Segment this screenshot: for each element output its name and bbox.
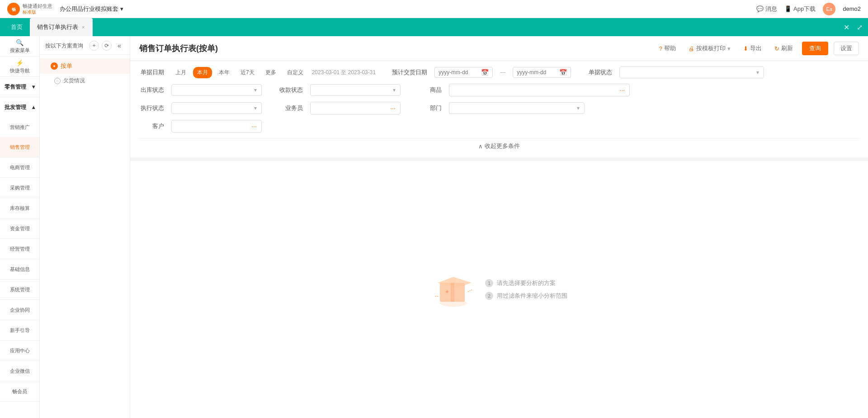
last-month-btn[interactable]: 上月: [171, 67, 190, 78]
exec-chevron-icon: ▾: [254, 105, 257, 111]
current-year-btn[interactable]: 本年: [215, 67, 234, 78]
calendar-end-icon[interactable]: 📅: [559, 69, 567, 76]
salesperson-label: 业务员: [278, 104, 303, 112]
sidebar-item-quick-nav[interactable]: ⚡ 快捷导航: [0, 57, 39, 76]
scheme-item-by-order[interactable]: ● 按单: [40, 58, 130, 74]
tab-close-icon[interactable]: ×: [81, 24, 85, 30]
sidebar-item-appcenter[interactable]: 应用中心: [0, 341, 39, 361]
expected-delivery-end[interactable]: 📅: [513, 67, 571, 78]
status-chevron-icon: ▾: [756, 69, 759, 76]
sidebar-item-purchase[interactable]: 采购管理: [0, 178, 39, 198]
company-dropdown-icon: ▾: [120, 5, 123, 12]
filter-row-exec: 执行状态 ▾ 业务员 ··· 部门 ▾: [139, 102, 859, 114]
sidebar-section-ecommerce: 电商管理: [0, 157, 39, 178]
sidebar-item-marketing[interactable]: 营销推广: [0, 117, 39, 137]
page-header: 销售订单执行表(按单) ? 帮助 🖨 按模板打印 ▾ ⬇ 导出: [130, 36, 868, 61]
expected-delivery-start-input[interactable]: [439, 69, 479, 76]
tab-close-btn[interactable]: ✕: [842, 21, 851, 33]
filter-row-customer: 客户 ···: [139, 120, 859, 133]
department-chevron-icon: ▾: [577, 105, 580, 111]
svg-text:畅: 畅: [12, 7, 16, 12]
query-btn[interactable]: 查询: [802, 42, 828, 55]
export-btn[interactable]: ⬇ 导出: [740, 43, 765, 54]
user-name[interactable]: demo2: [843, 5, 861, 12]
refresh-scheme-btn[interactable]: ⟳: [102, 41, 112, 51]
status-select[interactable]: ▾: [619, 66, 764, 78]
company-selector[interactable]: 办公用品行业模拟账套 ▾: [56, 3, 127, 15]
user-avatar[interactable]: Ea: [823, 3, 835, 15]
tab-maximize-btn[interactable]: ⤢: [855, 21, 864, 33]
page-title: 销售订单执行表(按单): [139, 43, 218, 54]
receipt-status-select[interactable]: ▾: [310, 84, 401, 96]
goods-input[interactable]: ···: [449, 84, 630, 96]
settings-btn[interactable]: 设置: [834, 42, 859, 55]
quicknav-icon: ⚡: [16, 59, 24, 66]
sidebar-section-onboarding: 新手引导: [0, 320, 39, 341]
empty-hint-2: 2 用过滤条件来缩小分析范围: [485, 292, 567, 300]
department-select[interactable]: ▾: [449, 102, 585, 114]
sidebar-item-onboarding[interactable]: 新手引导: [0, 320, 39, 340]
sidebar-section-wholesale: 批发管理 ▴ 营销推广 销售管理: [0, 97, 39, 157]
empty-hint-1: 1 请先选择要分析的方案: [485, 279, 567, 287]
status-label: 单据状态: [587, 68, 612, 76]
expected-delivery-end-input[interactable]: [517, 69, 557, 76]
sidebar-item-wholesale[interactable]: 批发管理 ▴: [0, 97, 39, 117]
salesperson-dots-icon: ···: [390, 104, 396, 112]
filter-row-status: 出库状态 ▾ 收款状态 ▾ 商品 ···: [139, 84, 859, 96]
app-download-action[interactable]: 📱 App下载: [784, 5, 816, 13]
hint-number-2: 2: [485, 292, 493, 300]
sidebar-item-member[interactable]: 畅会员: [0, 381, 39, 401]
template-print-btn[interactable]: 🖨 按模板打印 ▾: [685, 43, 734, 54]
more-btn[interactable]: 更多: [261, 67, 280, 78]
collapse-filters-btn[interactable]: ∧ 收起更多条件: [139, 138, 859, 152]
refresh-btn[interactable]: ↻ 刷新: [771, 43, 797, 54]
scheme-list: ● 按单 ○ 欠货情况: [40, 55, 130, 91]
exec-status-select[interactable]: ▾: [171, 102, 262, 114]
help-btn[interactable]: ? 帮助: [656, 43, 679, 54]
sidebar-item-system[interactable]: 系统管理: [0, 280, 39, 299]
calendar-start-icon[interactable]: 📅: [481, 69, 489, 76]
current-month-btn[interactable]: 本月: [193, 67, 212, 78]
sidebar-item-operations[interactable]: 经营管理: [0, 239, 39, 259]
message-action[interactable]: 💬 消息: [756, 5, 777, 13]
stock-chevron-icon: ▾: [254, 87, 257, 93]
expected-delivery-start[interactable]: 📅: [434, 67, 493, 78]
sidebar-item-inventory[interactable]: 库存核算: [0, 198, 39, 218]
sidebar-item-retail[interactable]: 零售管理 ▾: [0, 77, 39, 97]
page-title-row: 销售订单执行表(按单) ? 帮助 🖨 按模板打印 ▾ ⬇ 导出: [139, 42, 859, 55]
sidebar-item-basics[interactable]: 基础信息: [0, 259, 39, 279]
sidebar-item-finance[interactable]: 资金管理: [0, 218, 39, 238]
sidebar-section-quicknav: ⚡ 快捷导航: [0, 57, 39, 77]
empty-illustration: ✦: [431, 267, 476, 312]
sidebar-item-search-menu[interactable]: 🔍 搜索菜单: [0, 36, 39, 56]
sidebar-section-purchase: 采购管理: [0, 178, 39, 198]
empty-text: 1 请先选择要分析的方案 2 用过滤条件来缩小分析范围: [485, 279, 567, 300]
sidebar: 🔍 搜索菜单 ⚡ 快捷导航 零售管理 ▾ 批发管理 ▴ 营销推广: [0, 36, 40, 418]
tab-sales-order[interactable]: 销售订单执行表 ×: [30, 18, 93, 36]
stock-status-select[interactable]: ▾: [171, 84, 262, 96]
goods-dots-icon: ···: [619, 86, 625, 94]
main-layout: 🔍 搜索菜单 ⚡ 快捷导航 零售管理 ▾ 批发管理 ▴ 营销推广: [0, 36, 868, 418]
custom-btn[interactable]: 自定义: [283, 67, 307, 78]
filter-area: 单据日期 上月 本月 本年 近7天 更多 自定义 2023-03-01 至 20…: [130, 61, 868, 157]
tab-home[interactable]: 首页: [4, 18, 30, 36]
results-area: ✦ 1 请先选择要分析的方案 2: [130, 161, 868, 418]
svg-line-9: [468, 290, 472, 292]
sidebar-section-enterprise: 企业协同: [0, 300, 39, 320]
sidebar-item-wechat[interactable]: 企业微信: [0, 361, 39, 381]
print-dropdown-icon: ▾: [727, 45, 731, 52]
sidebar-item-enterprise[interactable]: 企业协同: [0, 300, 39, 320]
sidebar-item-ecommerce[interactable]: 电商管理: [0, 157, 39, 177]
salesperson-input[interactable]: ···: [310, 102, 401, 114]
date-filter-label: 单据日期: [139, 68, 164, 76]
exec-status-label: 执行状态: [139, 104, 164, 112]
add-scheme-btn[interactable]: +: [89, 41, 99, 51]
collapse-sidebar-btn[interactable]: «: [114, 41, 124, 51]
scheme-sub-backorder[interactable]: ○ 欠货情况: [40, 74, 130, 88]
customer-input[interactable]: ···: [171, 120, 262, 133]
search-sidebar: 按以下方案查询 + ⟳ « ● 按单: [40, 36, 130, 418]
sidebar-item-sales[interactable]: 销售管理: [0, 137, 39, 157]
refresh-icon: ↻: [774, 45, 779, 52]
scheme-sub-icon: ○: [54, 78, 61, 84]
last7days-btn[interactable]: 近7天: [236, 67, 259, 78]
